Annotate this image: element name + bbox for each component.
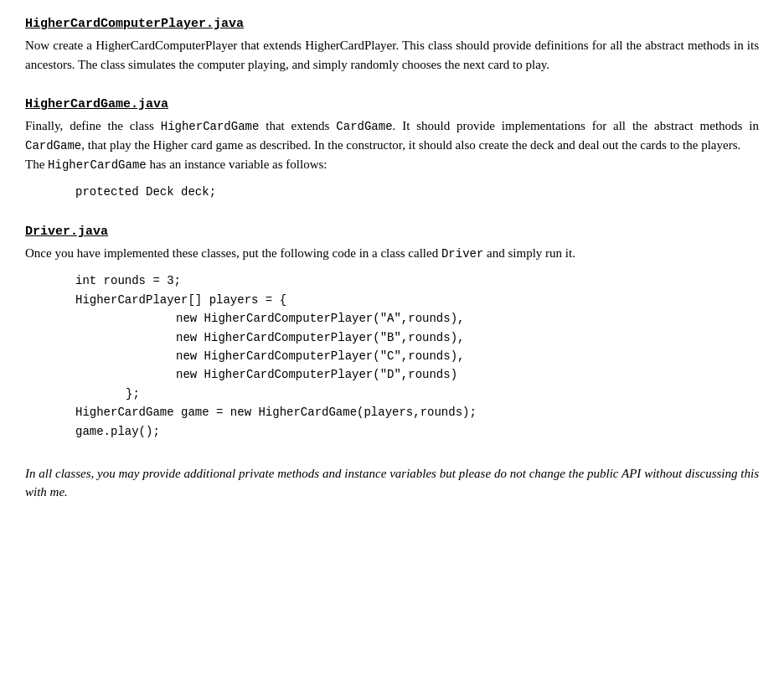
driver-code-block: int rounds = 3; HigherCardPlayer[] playe…: [75, 271, 759, 441]
code-line-4: new HigherCardComputerPlayer("B",rounds)…: [176, 328, 759, 347]
section-body-1: Now create a HigherCardComputerPlayer th…: [25, 36, 759, 74]
driver-intro-text: Once you have implemented these classes,…: [25, 246, 575, 260]
higher-card-game-text: Finally, define the class HigherCardGame…: [25, 119, 759, 152]
section-body-2: Finally, define the class HigherCardGame…: [25, 116, 759, 201]
section-title-3: Driver.java: [25, 225, 759, 239]
higher-card-game-text-2: The HigherCardGame has an instance varia…: [25, 158, 327, 171]
code-inline-2: CardGame: [336, 120, 392, 133]
section-title-1: HigherCardComputerPlayer.java: [25, 17, 759, 31]
section-body-3: Once you have implemented these classes,…: [25, 244, 759, 263]
code-line-5: new HigherCardComputerPlayer("C",rounds)…: [176, 347, 759, 365]
code-line-9: game.play();: [75, 422, 759, 441]
section-higher-card-computer-player: HigherCardComputerPlayer.java Now create…: [25, 17, 759, 74]
code-line-1: int rounds = 3;: [75, 271, 759, 290]
code-line-7: };: [126, 385, 759, 403]
section-higher-card-game: HigherCardGame.java Finally, define the …: [25, 97, 759, 201]
code-line-6: new HigherCardComputerPlayer("D",rounds): [176, 365, 759, 384]
section-driver: Driver.java Once you have implemented th…: [25, 225, 759, 441]
code-line-3: new HigherCardComputerPlayer("A",rounds)…: [176, 309, 759, 328]
code-inline-4: HigherCardGame: [48, 158, 147, 172]
code-line-2: HigherCardPlayer[] players = {: [75, 291, 759, 309]
code-inline-driver: Driver: [441, 247, 483, 261]
code-inline-1: HigherCardGame: [161, 120, 260, 133]
instance-var-line: protected Deck deck;: [75, 185, 216, 199]
section-title-2: HigherCardGame.java: [25, 97, 759, 111]
instance-variable-code: protected Deck deck;: [75, 183, 759, 201]
code-line-8: HigherCardGame game = new HigherCardGame…: [75, 403, 759, 421]
footer-note: In all classes, you may provide addition…: [25, 464, 759, 502]
code-inline-3: CardGame: [25, 139, 81, 152]
